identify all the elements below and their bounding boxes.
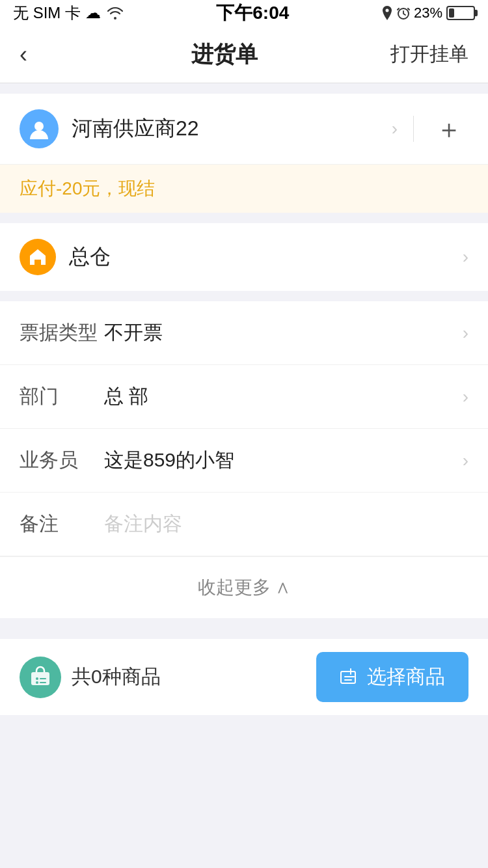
salesperson-label: 业务员 xyxy=(20,447,104,474)
gap-4 xyxy=(0,618,488,629)
invoice-type-value: 不开票 xyxy=(104,319,463,346)
divider xyxy=(413,116,414,142)
salesperson-row[interactable]: 业务员 这是859的小智 › xyxy=(0,429,488,493)
gap-1 xyxy=(0,83,488,94)
sim-label: 无 SIM 卡 ☁ xyxy=(13,3,101,23)
product-count-text: 共0种商品 xyxy=(72,664,161,690)
remark-row[interactable]: 备注 备注内容 xyxy=(0,493,488,556)
status-left: 无 SIM 卡 ☁ xyxy=(13,3,124,23)
department-row[interactable]: 部门 总 部 › xyxy=(0,365,488,429)
invoice-type-row[interactable]: 票据类型 不开票 › xyxy=(0,301,488,365)
warning-banner: 应付-20元，现结 xyxy=(0,165,488,213)
add-supplier-button[interactable]: ＋ xyxy=(429,111,468,147)
invoice-type-label: 票据类型 xyxy=(20,319,104,346)
battery-percent: 23% xyxy=(414,5,442,21)
invoice-type-chevron-icon: › xyxy=(463,323,468,344)
status-right: 23% xyxy=(381,5,475,21)
select-product-icon xyxy=(340,668,359,687)
gap-3 xyxy=(0,291,488,301)
svg-point-2 xyxy=(34,122,44,131)
page-title: 进货单 xyxy=(191,40,258,70)
svg-rect-3 xyxy=(34,260,41,265)
svg-point-0 xyxy=(385,9,388,12)
status-time: 下午6:04 xyxy=(216,1,289,25)
salesperson-value: 这是859的小智 xyxy=(104,447,463,474)
remark-value[interactable]: 备注内容 xyxy=(104,511,468,537)
department-value: 总 部 xyxy=(104,383,463,410)
open-pending-button[interactable]: 打开挂单 xyxy=(390,41,468,68)
battery-icon xyxy=(446,6,475,20)
select-product-label: 选择商品 xyxy=(367,664,445,690)
select-product-button[interactable]: 选择商品 xyxy=(316,652,468,702)
bottom-toolbar: 共0种商品 选择商品 xyxy=(0,639,488,715)
salesperson-chevron-icon: › xyxy=(463,450,468,471)
svg-point-6 xyxy=(36,681,38,684)
supplier-card: 河南供应商22 › ＋ 应付-20元，现结 xyxy=(0,94,488,213)
warehouse-chevron-icon: › xyxy=(463,247,468,267)
wifi-icon xyxy=(106,7,124,20)
form-card: 票据类型 不开票 › 部门 总 部 › 业务员 这是859的小智 › 备注 备注… xyxy=(0,301,488,618)
alarm-icon xyxy=(397,6,410,20)
remark-label: 备注 xyxy=(20,511,104,537)
supplier-avatar xyxy=(20,109,59,148)
back-button[interactable]: ‹ xyxy=(20,41,59,68)
product-icon xyxy=(20,657,61,698)
supplier-row[interactable]: 河南供应商22 › ＋ xyxy=(0,94,488,165)
warehouse-row[interactable]: 总仓 › xyxy=(0,223,488,291)
product-count-area: 共0种商品 xyxy=(20,657,161,698)
gap-2 xyxy=(0,213,488,223)
svg-point-5 xyxy=(36,677,38,680)
warehouse-icon xyxy=(20,239,56,275)
nav-bar: ‹ 进货单 打开挂单 xyxy=(0,26,488,83)
supplier-chevron-icon: › xyxy=(392,118,398,139)
collapse-label: 收起更多 ∧ xyxy=(198,577,291,597)
location-icon xyxy=(381,6,393,20)
warning-text: 应付-20元，现结 xyxy=(20,178,155,198)
warehouse-name: 总仓 xyxy=(69,243,463,271)
status-bar: 无 SIM 卡 ☁ 下午6:04 23% xyxy=(0,0,488,26)
supplier-name: 河南供应商22 xyxy=(72,115,392,143)
department-label: 部门 xyxy=(20,383,104,410)
page-background xyxy=(0,715,488,868)
warehouse-card[interactable]: 总仓 › xyxy=(0,223,488,291)
collapse-button[interactable]: 收起更多 ∧ xyxy=(0,556,488,618)
department-chevron-icon: › xyxy=(463,387,468,407)
